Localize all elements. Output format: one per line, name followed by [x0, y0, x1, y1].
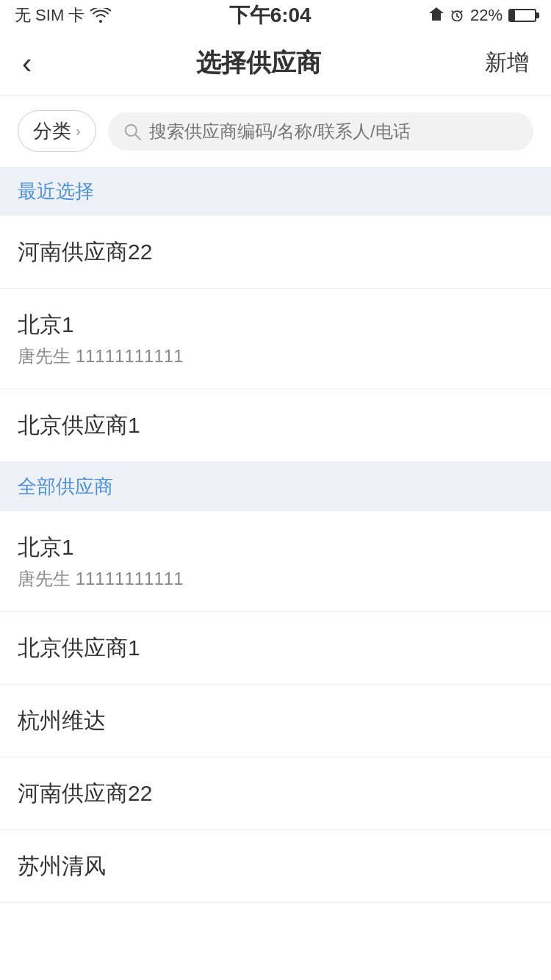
- status-bar: 无 SIM 卡 下午6:04 22%: [0, 0, 551, 31]
- category-label: 分类: [33, 118, 71, 144]
- item-name: 杭州维达: [18, 705, 533, 736]
- battery-percent: 22%: [470, 6, 503, 25]
- list-item[interactable]: 北京1唐先生 11111111111: [0, 511, 551, 612]
- list-item[interactable]: 北京供应商1: [0, 389, 551, 462]
- search-box: [108, 112, 533, 151]
- recent-section-header: 最近选择: [0, 167, 551, 216]
- all-section-title: 全部供应商: [18, 475, 113, 497]
- wifi-icon: [90, 8, 111, 23]
- chevron-right-icon: ›: [76, 123, 81, 140]
- item-name: 北京1: [18, 532, 533, 563]
- list-item[interactable]: 北京供应商1: [0, 612, 551, 685]
- recent-section-title: 最近选择: [18, 180, 94, 202]
- item-name: 苏州清风: [18, 851, 533, 882]
- sim-status: 无 SIM 卡: [15, 4, 84, 26]
- location-icon: [429, 7, 444, 24]
- list-item[interactable]: 苏州清风: [0, 830, 551, 903]
- item-name: 北京供应商1: [18, 633, 533, 663]
- alarm-icon: [450, 7, 464, 24]
- status-time: 下午6:04: [229, 1, 311, 29]
- search-input[interactable]: [149, 121, 519, 142]
- list-item[interactable]: 杭州维达: [0, 685, 551, 757]
- all-list: 北京1唐先生 11111111111北京供应商1杭州维达河南供应商22苏州清风: [0, 511, 551, 903]
- item-sub: 唐先生 11111111111: [18, 345, 533, 368]
- battery-icon: [508, 9, 536, 22]
- status-left: 无 SIM 卡: [15, 4, 111, 26]
- recent-list: 河南供应商22北京1唐先生 11111111111北京供应商1: [0, 216, 551, 462]
- search-icon: [123, 122, 142, 141]
- status-right: 22%: [429, 6, 536, 25]
- add-button[interactable]: 新增: [485, 48, 529, 78]
- item-sub: 唐先生 11111111111: [18, 567, 533, 591]
- item-name: 河南供应商22: [18, 237, 533, 267]
- item-name: 北京供应商1: [18, 410, 533, 441]
- list-item[interactable]: 河南供应商22: [0, 216, 551, 289]
- svg-line-2: [135, 134, 140, 140]
- item-name: 北京1: [18, 309, 533, 340]
- all-section-header: 全部供应商: [0, 462, 551, 511]
- category-button[interactable]: 分类 ›: [18, 110, 96, 152]
- nav-bar: ‹ 选择供应商 新增: [0, 31, 551, 96]
- item-name: 河南供应商22: [18, 778, 533, 809]
- page-title: 选择供应商: [196, 46, 321, 80]
- list-item[interactable]: 河南供应商22: [0, 757, 551, 830]
- list-item[interactable]: 北京1唐先生 11111111111: [0, 289, 551, 389]
- back-button[interactable]: ‹: [22, 48, 32, 78]
- filter-bar: 分类 ›: [0, 96, 551, 167]
